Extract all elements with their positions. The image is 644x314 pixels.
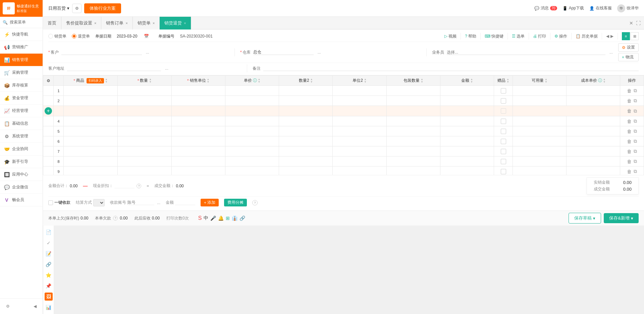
tab-close-icon[interactable]: × <box>153 21 155 25</box>
pay-checkbox[interactable] <box>48 200 53 205</box>
gift-checkbox[interactable] <box>501 108 506 114</box>
product-cell-active[interactable] <box>64 106 118 116</box>
unit-cell[interactable] <box>171 106 225 116</box>
quick-link-btn[interactable]: 🔗 <box>45 260 53 268</box>
sort-icon[interactable]: ▲▼ <box>421 78 423 83</box>
tab-close-icon[interactable]: × <box>125 21 127 25</box>
delete-icon[interactable]: 🗑 <box>627 139 632 144</box>
copy-icon[interactable]: ⧉ <box>634 118 637 124</box>
customer-picker[interactable]: ... <box>146 50 149 55</box>
tab-sales[interactable]: 销货单 × <box>133 17 160 29</box>
sort-icon[interactable]: ▲▼ <box>207 78 210 83</box>
gift-cell[interactable] <box>494 96 513 106</box>
account-picker[interactable]: ... <box>157 200 160 205</box>
split-btn[interactable]: 费用分摊 <box>224 199 247 206</box>
quick-check-btn[interactable]: ✓ <box>45 239 53 247</box>
prev-btn[interactable]: ◀ <box>606 34 609 39</box>
gift-checkbox[interactable] <box>501 98 506 104</box>
gift-cell[interactable] <box>494 106 513 116</box>
address-input[interactable] <box>67 66 161 71</box>
help-btn[interactable]: ? 帮助 <box>465 34 476 39</box>
scan-header-btn[interactable]: 扫码录入 <box>87 78 104 83</box>
sidebar-item-operations[interactable]: 📈 经营管理 <box>0 105 43 117</box>
calendar-icon[interactable]: 📅 <box>144 34 149 39</box>
gift-checkbox[interactable] <box>501 159 506 164</box>
history-btn[interactable]: 📋 历史单据 <box>576 34 598 39</box>
gift-checkbox[interactable] <box>501 88 506 93</box>
operations-btn[interactable]: ⚙ 操作 <box>554 34 567 39</box>
user-profile[interactable]: 华 徐泽华 <box>617 4 639 12</box>
delete-icon[interactable]: 🗑 <box>627 119 632 124</box>
next-btn[interactable]: ▶ <box>610 34 613 39</box>
print-btn[interactable]: 🖨 打印 <box>533 34 546 39</box>
app-download-btn[interactable]: 📱 App下载 <box>562 5 584 11</box>
gift-checkbox[interactable] <box>501 149 506 154</box>
quick-doc-btn[interactable]: 📄 <box>45 228 53 236</box>
collapse-button[interactable]: ◀ <box>30 301 40 311</box>
sidebar-item-inventory[interactable]: 📦 库存核算 <box>0 79 43 92</box>
delete-icon[interactable]: 🗑 <box>627 98 632 104</box>
help-circle[interactable]: ? <box>137 184 141 188</box>
quick-table-btn[interactable]: 📊 <box>45 303 53 311</box>
product-cell[interactable] <box>64 96 118 106</box>
quantity-cell[interactable] <box>118 86 171 96</box>
cost-input[interactable] <box>568 88 619 93</box>
split-help-btn[interactable]: ? <box>252 200 258 205</box>
logistics-btn[interactable]: + 物流 <box>618 53 639 61</box>
online-service-btn[interactable]: 👤 在线客服 <box>589 5 612 11</box>
customer-input[interactable] <box>61 50 142 55</box>
unit-input[interactable] <box>173 88 224 93</box>
unit2-input[interactable] <box>334 88 385 93</box>
sort-icon[interactable]: ▲▼ <box>364 78 367 83</box>
sort-icon[interactable]: ▲▼ <box>545 78 547 83</box>
copy-icon[interactable]: ⧉ <box>634 169 637 174</box>
warehouse-input[interactable] <box>253 50 314 55</box>
delete-icon[interactable]: 🗑 <box>627 88 632 93</box>
sidebar-item-purchase[interactable]: 🛒 采购管理 <box>0 66 43 79</box>
settlement-select[interactable] <box>93 199 105 206</box>
sidebar-item-sales[interactable]: 📊 销售管理 <box>0 54 43 66</box>
quantity-cell[interactable] <box>118 106 171 116</box>
view-list-btn[interactable]: ≡ <box>622 32 630 40</box>
sort-icon[interactable]: ▲▼ <box>258 78 261 83</box>
sidebar-item-system[interactable]: ⚙ 系统管理 <box>0 130 43 143</box>
amount-cell[interactable] <box>440 86 494 96</box>
delete-icon[interactable]: 🗑 <box>627 108 632 114</box>
amount-cell[interactable] <box>440 106 494 116</box>
save-draft-button[interactable]: 保存草稿 ▾ <box>569 213 601 224</box>
trial-button[interactable]: 体验行业方案 <box>84 3 121 13</box>
remark-input[interactable] <box>263 66 639 71</box>
price-cell[interactable] <box>225 96 279 106</box>
tab-price-settings[interactable]: 售价提取设置 × <box>61 17 101 29</box>
unit-cell[interactable] <box>171 96 225 106</box>
delete-icon[interactable]: 🗑 <box>627 149 632 154</box>
messages-btn[interactable]: 💬 消息 70 <box>534 5 557 11</box>
avail-input[interactable] <box>514 88 565 93</box>
quick-image-btn[interactable]: 🖼 <box>45 293 53 301</box>
price-info-icon[interactable]: ⓘ <box>253 78 257 83</box>
qty2-cell[interactable] <box>279 106 333 116</box>
company-selector[interactable]: 日用百货 ▾ <box>48 5 69 11</box>
unit2-cell[interactable] <box>333 96 386 106</box>
gift-checkbox[interactable] <box>501 169 506 174</box>
warehouse-picker[interactable]: ... <box>318 50 321 55</box>
copy-icon[interactable]: ⧉ <box>634 148 637 154</box>
sort-icon[interactable]: ▲▼ <box>105 78 108 83</box>
amount-cell[interactable] <box>440 96 494 106</box>
settings-button[interactable]: ⚙ <box>3 301 13 311</box>
price-cell[interactable] <box>225 86 279 96</box>
qty2-input[interactable] <box>280 88 331 93</box>
sidebar-item-vip[interactable]: V 畅会员 <box>0 194 43 206</box>
credit-circle[interactable]: ? <box>113 216 118 221</box>
qty-input[interactable] <box>119 88 170 93</box>
add-payment-btn[interactable]: + 添加 <box>201 199 219 206</box>
gift-checkbox[interactable] <box>501 129 506 134</box>
search-menu[interactable]: 🔍 搜索菜单 <box>0 17 43 28</box>
view-grid-btn[interactable]: ⊞ <box>631 32 639 40</box>
sidebar-item-basicinfo[interactable]: 📋 基础信息 <box>0 117 43 130</box>
tab-close-icon[interactable]: × <box>184 21 186 25</box>
copy-icon[interactable]: ⧉ <box>634 108 637 114</box>
add-row-button[interactable]: + <box>45 107 52 115</box>
amount-input[interactable] <box>442 88 492 93</box>
amount-footer-input[interactable] <box>175 200 195 205</box>
